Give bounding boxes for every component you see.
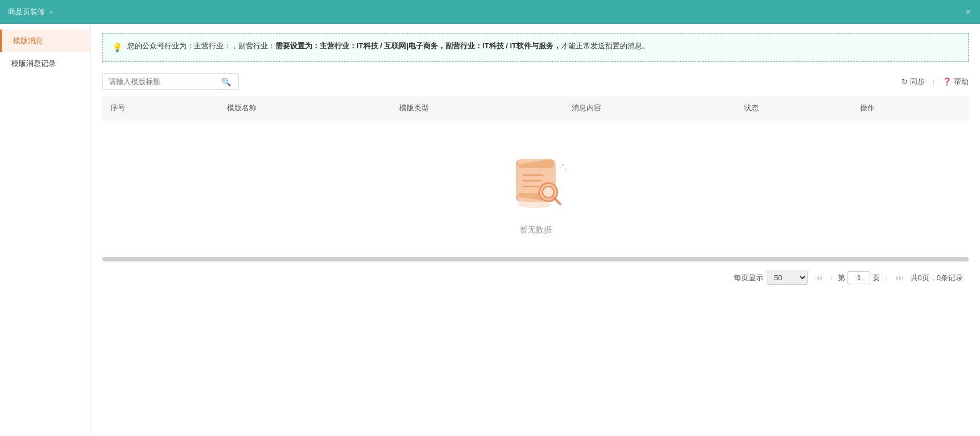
col-header-action: 操作	[852, 97, 969, 119]
sync-label: 同步	[910, 77, 925, 87]
sidebar-item-1[interactable]: 模版消息记录	[0, 52, 90, 75]
toolbar-divider: |	[933, 77, 934, 86]
svg-point-5	[543, 186, 554, 198]
svg-point-8	[564, 169, 566, 171]
nav-tab-close-4[interactable]: ×	[49, 9, 53, 15]
col-header-type: 模版类型	[391, 97, 564, 119]
per-page-select: 每页显示 10 20 50 100	[734, 271, 808, 285]
help-label: 帮助	[954, 77, 969, 87]
per-page-dropdown[interactable]: 10 20 50 100	[767, 271, 808, 285]
notice-text: 您的公众号行业为：主营行业：，副营行业：需要设置为：主营行业：IT科技 / 互联…	[127, 40, 650, 52]
svg-point-0	[518, 201, 552, 208]
sync-button[interactable]: ↻ 同步	[902, 77, 925, 87]
col-header-status: 状态	[736, 97, 853, 119]
sync-icon: ↻	[902, 77, 908, 86]
svg-point-7	[562, 164, 564, 166]
empty-icon	[502, 148, 570, 216]
sidebar-item-0[interactable]: 模版消息	[0, 30, 90, 52]
page-summary: 共0页，0条记录	[911, 273, 963, 283]
col-header-content: 消息内容	[564, 97, 736, 119]
help-button[interactable]: ❓ 帮助	[942, 77, 969, 87]
notice-box: 💡 您的公众号行业为：主营行业：，副营行业：需要设置为：主营行业：IT科技 / …	[102, 33, 969, 62]
per-page-label: 每页显示	[734, 273, 763, 283]
first-page-button[interactable]: ⏮	[812, 272, 825, 283]
page-number-input[interactable]	[847, 271, 870, 284]
last-page-button[interactable]: ⏭	[893, 272, 906, 283]
notice-highlight: 需要设置为：主营行业：IT科技 / 互联网|电子商务，副营行业：IT科技 / I…	[275, 41, 561, 50]
notice-suffix: 才能正常发送预置的消息。	[561, 41, 650, 50]
sidebar-items-container: 模版消息模版消息记录	[0, 30, 90, 75]
notice-prefix: 您的公众号行业为：主营行业：，副营行业：	[127, 41, 275, 50]
page-nav: ⏮ ‹ 第 页 › ⏭	[812, 271, 906, 284]
data-table: 序号 模版名称 模版类型 消息内容 状态 操作	[102, 97, 969, 252]
table-header-row: 序号 模版名称 模版类型 消息内容 状态 操作	[102, 97, 969, 119]
global-close-button[interactable]: ×	[957, 0, 980, 24]
toolbar-right: ↻ 同步 | ❓ 帮助	[902, 77, 969, 87]
search-box: 🔍	[102, 73, 239, 90]
svg-line-6	[554, 198, 560, 204]
nav-tab-4[interactable]: 商品页装修×	[0, 0, 76, 24]
col-header-name: 模版名称	[219, 97, 391, 119]
next-page-button[interactable]: ›	[882, 272, 890, 283]
main-layout: 模版消息模版消息记录 💡 您的公众号行业为：主营行业：，副营行业：需要设置为：主…	[0, 24, 980, 436]
notice-icon: 💡	[112, 41, 123, 55]
page-suffix: 页	[873, 273, 880, 283]
toolbar-row: 🔍 ↻ 同步 | ❓ 帮助	[102, 73, 969, 90]
empty-state: 暂无数据	[102, 119, 969, 252]
empty-text: 暂无数据	[102, 225, 969, 235]
nav-tabs-container: 首页微商城店铺设置×商品分类设置×首页装修×商品页装修×店铺主题×开通公众号商城…	[0, 0, 76, 24]
content-area: 💡 您的公众号行业为：主营行业：，副营行业：需要设置为：主营行业：IT科技 / …	[91, 24, 980, 436]
page-label: 第	[838, 273, 845, 283]
table-empty-row: 暂无数据	[102, 119, 969, 253]
pagination-row: 每页显示 10 20 50 100 ⏮ ‹ 第 页 › ⏭ 共0页，0条记录	[102, 271, 969, 285]
top-nav: 首页微商城店铺设置×商品分类设置×首页装修×商品页装修×店铺主题×开通公众号商城…	[0, 0, 980, 24]
col-header-index: 序号	[102, 97, 219, 119]
help-icon: ❓	[942, 77, 952, 86]
nav-tab-label-4: 商品页装修	[8, 7, 45, 17]
svg-point-9	[560, 167, 561, 168]
search-button[interactable]: 🔍	[217, 77, 235, 86]
search-input[interactable]	[103, 74, 217, 89]
horizontal-scrollbar[interactable]	[102, 257, 969, 261]
prev-page-button[interactable]: ‹	[828, 272, 836, 283]
sidebar: 模版消息模版消息记录	[0, 24, 91, 436]
